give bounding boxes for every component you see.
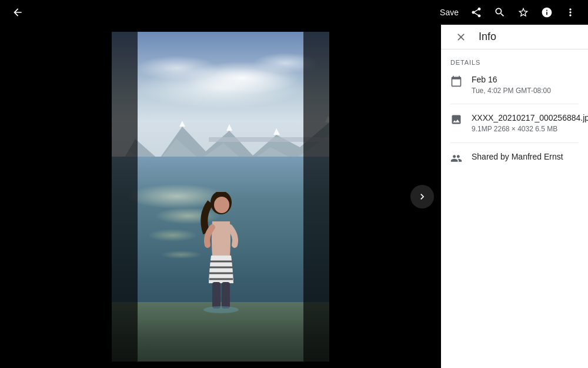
info-header: Info	[441, 25, 588, 49]
info-close-button[interactable]	[450, 26, 472, 48]
info-button[interactable]	[536, 2, 557, 23]
next-button[interactable]	[410, 185, 434, 208]
divider-1	[450, 104, 579, 104]
file-content: XXXX_20210217_000256884.jpg 9.1MP 2268 ×…	[472, 112, 588, 134]
svg-rect-13	[222, 282, 230, 309]
svg-marker-2	[179, 121, 185, 127]
svg-point-14	[203, 306, 239, 313]
shared-content: Shared by Manfred Ernst	[472, 151, 563, 163]
details-section-label: DETAILS	[441, 54, 588, 68]
svg-marker-3	[226, 124, 232, 130]
photo-side-left	[112, 32, 138, 362]
toolbar: Save	[0, 0, 588, 25]
star-button[interactable]	[513, 2, 534, 23]
save-button[interactable]: Save	[435, 4, 463, 21]
info-body: DETAILS Feb 16 Tue, 4:02 PM GMT-08:00	[441, 49, 588, 368]
info-row-file: XXXX_20210217_000256884.jpg 9.1MP 2268 ×…	[441, 107, 588, 140]
shared-primary: Shared by Manfred Ernst	[472, 151, 563, 163]
photo	[112, 32, 329, 362]
calendar-icon	[450, 75, 462, 87]
back-button[interactable]	[7, 2, 28, 23]
photo-side-right	[303, 32, 329, 362]
date-secondary: Tue, 4:02 PM GMT-08:00	[472, 86, 551, 96]
more-button[interactable]	[560, 2, 581, 23]
file-primary: XXXX_20210217_000256884.jpg	[472, 112, 588, 124]
date-primary: Feb 16	[472, 74, 551, 86]
toolbar-left	[7, 2, 28, 23]
svg-rect-12	[212, 282, 220, 309]
date-content: Feb 16 Tue, 4:02 PM GMT-08:00	[472, 74, 551, 95]
info-panel: Info DETAILS Feb 16 Tue, 4:02 PM GMT-08:…	[441, 25, 588, 368]
divider-2	[450, 142, 579, 143]
svg-marker-4	[273, 128, 280, 134]
share-button[interactable]	[466, 2, 487, 23]
zoom-button[interactable]	[489, 2, 510, 23]
main-content: Info DETAILS Feb 16 Tue, 4:02 PM GMT-08:…	[0, 25, 588, 368]
info-row-shared: Shared by Manfred Ernst	[441, 145, 588, 170]
image-icon	[450, 114, 462, 125]
file-secondary: 9.1MP 2268 × 4032 6.5 MB	[472, 124, 588, 134]
person-icon	[450, 152, 462, 164]
image-area[interactable]	[0, 25, 441, 368]
info-row-date: Feb 16 Tue, 4:02 PM GMT-08:00	[441, 68, 588, 101]
svg-point-7	[214, 197, 229, 213]
photo-person	[195, 192, 248, 321]
toolbar-right: Save	[435, 2, 581, 23]
info-title: Info	[479, 31, 496, 43]
